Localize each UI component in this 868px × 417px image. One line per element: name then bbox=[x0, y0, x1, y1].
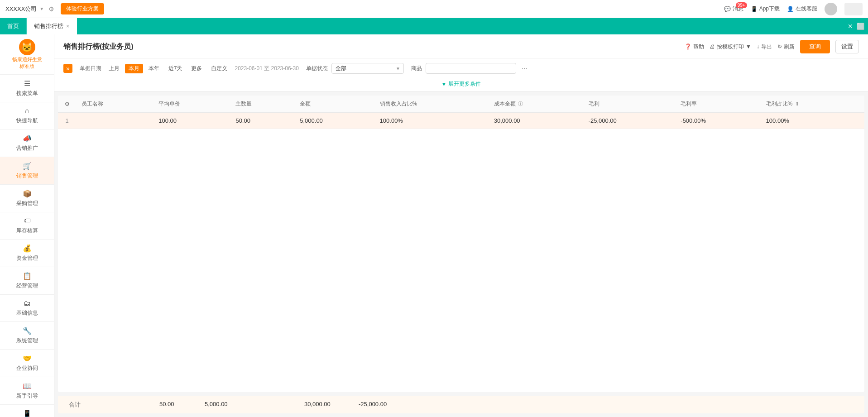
cell-name bbox=[76, 113, 153, 129]
tab-home-label: 首页 bbox=[7, 22, 19, 30]
status-filter-group: 单据状态 全部 待审核 已审核 已作废 ▼ bbox=[306, 63, 404, 74]
app-download-label: App下载 bbox=[759, 5, 780, 13]
expand-more-label: 展开更多条件 bbox=[448, 80, 481, 88]
sidebar-item-system[interactable]: 🔧 系统管理 bbox=[0, 322, 54, 350]
nav-tab-controls: ✕ ⬜ bbox=[844, 18, 868, 34]
company-settings-icon[interactable]: ⚙ bbox=[48, 5, 54, 13]
filter-more-dots[interactable]: ··· bbox=[520, 64, 529, 72]
export-icon: ↓ bbox=[757, 43, 759, 50]
col-quantity: 主数量 bbox=[230, 96, 294, 113]
online-service-button[interactable]: 👤 在线客服 bbox=[787, 5, 817, 13]
col-gross-rate: 毛利率 bbox=[675, 96, 760, 113]
logo-icon: 🐱 bbox=[19, 39, 35, 55]
help-label: 帮助 bbox=[693, 43, 704, 51]
company-name: XXXXX公司 bbox=[5, 5, 37, 13]
sidebar-logo-text: 畅康通好生意标准版 bbox=[12, 56, 42, 70]
close-window-icon[interactable]: ✕ bbox=[848, 23, 853, 30]
goods-select-wrapper bbox=[426, 63, 516, 74]
date-tab-this-month[interactable]: 本月 bbox=[125, 64, 143, 73]
cost-info-icon[interactable]: ⓘ bbox=[518, 101, 523, 106]
company-dropdown-icon[interactable]: ▼ bbox=[39, 6, 44, 11]
cell-gross: -25,000.00 bbox=[583, 113, 676, 129]
page-actions: ❓ 帮助 🖨 按模板打印 ▼ ↓ 导出 ↻ bbox=[685, 40, 859, 53]
operations-icon: 📋 bbox=[23, 272, 32, 280]
footer-cost: 30,000.00 bbox=[299, 401, 353, 409]
footer-amount: 5,000.00 bbox=[199, 401, 254, 409]
search-menu-icon: ☰ bbox=[24, 79, 30, 88]
expand-icon[interactable]: » bbox=[63, 64, 72, 73]
tab-home[interactable]: 首页 bbox=[0, 18, 27, 34]
system-icon: 🔧 bbox=[23, 326, 32, 335]
footer-spacer bbox=[254, 401, 299, 409]
sidebar-item-basic-info[interactable]: 🗂 基础信息 bbox=[0, 295, 54, 322]
col-settings-icon[interactable]: ⚙ bbox=[65, 101, 70, 107]
expand-toggle[interactable]: » bbox=[63, 64, 72, 73]
message-button[interactable]: 💬 消息 99+ bbox=[724, 5, 743, 13]
avatar[interactable] bbox=[825, 3, 837, 15]
footer-quantity bbox=[100, 401, 154, 409]
refresh-button[interactable]: ↻ 刷新 bbox=[777, 43, 795, 51]
expand-more-button[interactable]: ▼ 展开更多条件 bbox=[441, 80, 481, 88]
print-dropdown-icon[interactable]: ▼ bbox=[746, 43, 751, 50]
help-button[interactable]: ❓ 帮助 bbox=[685, 43, 704, 51]
username-area[interactable] bbox=[844, 3, 863, 15]
sidebar-item-inventory-label: 库存核算 bbox=[16, 227, 38, 235]
purchase-icon: 📦 bbox=[23, 189, 32, 198]
table-row: 1 100.00 50.00 5,000.00 100.00% 30,000.0… bbox=[58, 113, 864, 129]
tab-close-icon[interactable]: × bbox=[66, 23, 69, 29]
cell-quantity: 50.00 bbox=[230, 113, 294, 129]
status-select[interactable]: 全部 待审核 已审核 已作废 bbox=[331, 63, 404, 74]
date-filter-group: 单据日期 上月 本月 本年 近7天 更多 自定义 2023-06-01 至 20… bbox=[80, 64, 299, 73]
maximize-window-icon[interactable]: ⬜ bbox=[857, 23, 864, 30]
page-header: 销售排行榜(按业务员) ❓ 帮助 🖨 按模板打印 ▼ ↓ bbox=[54, 34, 868, 58]
data-table-area: ⚙ 员工名称 平均单价 主数量 全额 销售收入占比% 成本全额 ⓘ 毛利 毛利率… bbox=[58, 96, 864, 392]
goods-filter-label: 商品 bbox=[411, 65, 422, 72]
date-tab-this-year[interactable]: 本年 bbox=[145, 64, 163, 73]
try-industry-button[interactable]: 体验行业方案 bbox=[61, 3, 104, 14]
cell-gross-rate: -500.00% bbox=[675, 113, 760, 129]
goods-filter-group: 商品 ··· bbox=[411, 63, 529, 74]
sidebar: 🐱 畅康通好生意标准版 ☰ 搜索菜单 ⌂ 快捷导航 📣 营销推广 🛒 销售管理 … bbox=[0, 34, 54, 417]
col-settings: ⚙ bbox=[58, 96, 76, 113]
date-tab-last-month[interactable]: 上月 bbox=[105, 64, 123, 73]
template-print-button[interactable]: 🖨 按模板打印 ▼ bbox=[710, 43, 751, 51]
message-badge: 99+ bbox=[736, 2, 747, 8]
goods-input[interactable] bbox=[426, 63, 516, 74]
sidebar-item-inventory[interactable]: 🏷 库存核算 bbox=[0, 212, 54, 240]
enterprise-icon: 🤝 bbox=[23, 354, 32, 363]
sidebar-item-guide[interactable]: 📖 新手引导 bbox=[0, 377, 54, 405]
tab-sales-ranking[interactable]: 销售排行榜 × bbox=[27, 18, 77, 34]
sidebar-item-app-center[interactable]: 📱 应用中心 bbox=[0, 405, 54, 417]
sidebar-item-enterprise[interactable]: 🤝 企业协同 bbox=[0, 350, 54, 377]
sidebar-item-purchase[interactable]: 📦 采购管理 bbox=[0, 185, 54, 212]
date-tab-more[interactable]: 更多 bbox=[187, 64, 206, 73]
gross-pct-info-icon[interactable]: ⬆ bbox=[795, 101, 799, 106]
cell-rank: 1 bbox=[58, 113, 76, 129]
col-cost: 成本全额 ⓘ bbox=[489, 96, 583, 113]
date-tab-custom[interactable]: 自定义 bbox=[207, 64, 231, 73]
sidebar-item-marketing[interactable]: 📣 营销推广 bbox=[0, 129, 54, 157]
funds-icon: 💰 bbox=[23, 244, 32, 253]
col-amount: 全额 bbox=[294, 96, 374, 113]
sidebar-item-purchase-label: 采购管理 bbox=[16, 200, 38, 207]
marketing-icon: 📣 bbox=[23, 134, 32, 143]
export-button[interactable]: ↓ 导出 bbox=[757, 43, 772, 51]
settings-button[interactable]: 设置 bbox=[835, 40, 859, 53]
sidebar-item-sales-label: 销售管理 bbox=[16, 172, 38, 180]
main-content: 销售排行榜(按业务员) ❓ 帮助 🖨 按模板打印 ▼ ↓ bbox=[54, 34, 868, 417]
footer-quantity-val: 50.00 bbox=[154, 401, 199, 409]
app-download-button[interactable]: 📱 App下载 bbox=[751, 5, 780, 13]
sidebar-item-operations[interactable]: 📋 经营管理 bbox=[0, 267, 54, 295]
sidebar-item-sales[interactable]: 🛒 销售管理 bbox=[0, 157, 54, 185]
app-download-icon: 📱 bbox=[751, 6, 758, 12]
date-tab-7days[interactable]: 近7天 bbox=[165, 64, 186, 73]
sidebar-item-search[interactable]: ☰ 搜索菜单 bbox=[0, 75, 54, 102]
sales-icon: 🛒 bbox=[23, 162, 32, 170]
query-button[interactable]: 查询 bbox=[800, 40, 830, 53]
col-sales-pct: 销售收入占比% bbox=[374, 96, 489, 113]
sidebar-logo[interactable]: 🐱 畅康通好生意标准版 bbox=[0, 34, 54, 75]
sidebar-item-funds[interactable]: 💰 资金管理 bbox=[0, 240, 54, 267]
cell-gross-pct: 100.00% bbox=[761, 113, 864, 129]
col-gross: 毛利 bbox=[583, 96, 676, 113]
sidebar-item-quick-nav[interactable]: ⌂ 快捷导航 bbox=[0, 102, 54, 129]
